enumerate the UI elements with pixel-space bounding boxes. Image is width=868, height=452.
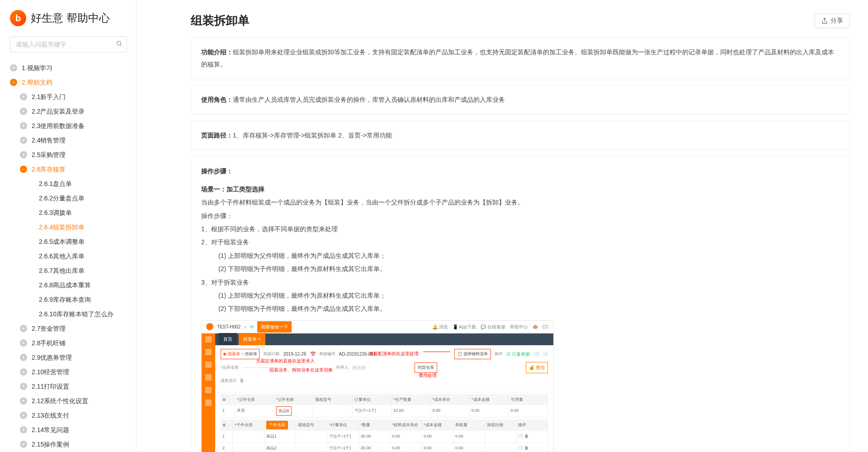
share-icon <box>821 18 828 24</box>
intro-card: 功能介绍：组装拆卸单用来处理企业组装或拆卸等加工业务，支持有固定装配清单的产品加… <box>191 38 850 79</box>
scene1-desc: 当由多个子件材料组装成一个成品的业务为【组装】业务，当由一个父件拆分成多个子产品… <box>201 199 524 206</box>
intro-text: 组装拆卸单用来处理企业组装或拆卸等加工业务，支持有固定装配清单的产品加工业务，也… <box>201 48 834 68</box>
nav-2-2[interactable]: +2.2产品安装及登录 <box>10 104 127 119</box>
svg-point-0 <box>117 41 121 45</box>
ss-fee-btn: 💰 费用 <box>526 362 548 373</box>
ss-tab-active: 拆装单 × <box>239 333 265 345</box>
page-title: 组装拆卸单 <box>191 13 250 29</box>
ss-nav-icon <box>205 362 212 368</box>
ss-anno-fee: 费用处理 <box>419 371 437 380</box>
plus-icon: + <box>20 368 27 376</box>
role-label: 使用角色： <box>201 96 233 103</box>
plus-icon: + <box>20 108 27 115</box>
nav-2-6[interactable]: −2.6库存核算 <box>10 162 127 176</box>
nav-2-6-7[interactable]: 2.6.7其他出库单 <box>10 263 127 278</box>
nav-2-4[interactable]: +2.4销售管理 <box>10 133 127 147</box>
steps-card: 操作步骤： 场景一：加工类型选择 当由多个子件材料组装成一个成品的业务为【组装】… <box>191 156 850 452</box>
ss-nav-icon <box>205 374 212 381</box>
nav-2-6-1[interactable]: 2.6.1盘点单 <box>10 176 127 191</box>
nav-2-9[interactable]: +2.9优惠券管理 <box>10 350 127 365</box>
minus-icon: − <box>10 79 17 86</box>
nav-2-3[interactable]: +2.3使用前数据准备 <box>10 119 127 133</box>
ss-try-btn: 我要做做一下 <box>257 321 292 333</box>
nav-2-8[interactable]: +2.8手机旺铺 <box>10 336 127 350</box>
ss-nav-icon <box>205 387 212 393</box>
ss-topbar: TEST-H002 ▾ ⟳ 我要做做一下 🔔 消息 📱 App下载 💬 在线客服… <box>202 321 553 333</box>
role-text: 通常由生产人员或库管人员完成拆装业务的操作，库管人员确认原材料的出库和产成品的入… <box>233 96 505 103</box>
ss-user: CC <box>542 322 549 332</box>
ss-nav-icon <box>205 400 212 406</box>
nav-2-15[interactable]: +2.15操作案例 <box>10 437 127 452</box>
ss-tabs: 首页 拆装单 × <box>215 333 553 345</box>
plus-icon: + <box>20 325 27 332</box>
ss-form: ◉ 组装单○ 拆卸单 单据日期 2019-12-26📅 单据编号 AD-2019… <box>215 345 553 392</box>
plus-icon: + <box>10 64 17 71</box>
logo-row: b 好生意 帮助中心 <box>10 10 127 26</box>
ss-anno-direct: 无固定清单的直接在这里录入 <box>256 356 315 366</box>
nav-2-1[interactable]: +2.1新手入门 <box>10 90 127 104</box>
plus-icon: + <box>20 151 27 158</box>
plus-icon: + <box>20 93 27 100</box>
nav-2-13[interactable]: +2.13在线支付 <box>10 408 127 423</box>
ss-arrow-icon <box>423 352 450 352</box>
ops-label: 操作步骤： <box>201 167 233 175</box>
plus-icon: + <box>20 339 27 347</box>
ss-avatar-icon: 🐵 <box>533 322 538 332</box>
step1: 1、根据不同的业务，选择不同单据的类型来处理 <box>201 225 338 233</box>
nav-2-12[interactable]: +2.12系统个性化设置 <box>10 394 127 408</box>
step2b: (2) 下部明细为子件明细，最终作为原材料生成其它出库单。 <box>201 262 840 276</box>
ss-code: TEST-H002 <box>217 322 241 332</box>
embedded-screenshot: TEST-H002 ▾ ⟳ 我要做做一下 🔔 消息 📱 App下载 💬 在线客服… <box>201 320 554 452</box>
share-label: 分享 <box>830 17 843 25</box>
ss-leftbar <box>202 333 215 452</box>
search-input[interactable] <box>10 36 127 52</box>
ss-list-btn: 📋 选择物料清单 <box>454 349 491 359</box>
nav-2-7[interactable]: +2.7资金管理 <box>10 321 127 336</box>
logo-icon: b <box>10 10 26 26</box>
plus-icon: + <box>20 441 27 448</box>
ss-type-radio: ◉ 组装单○ 拆卸单 <box>221 349 259 359</box>
main-content: 组装拆卸单 分享 功能介绍：组装拆卸单用来处理企业组装或拆卸等加工业务，支持有固… <box>137 0 868 452</box>
step3a: (1) 上部明细为父件明细，最终作为原材料生成其它出库单； <box>201 289 840 302</box>
nav-2-6-8[interactable]: 2.6.8商品成本重算 <box>10 278 127 292</box>
site-title: 好生意 帮助中心 <box>31 11 110 25</box>
ss-help: 帮助中心 <box>510 322 528 332</box>
plus-icon: + <box>20 426 27 433</box>
ss-nav-icon <box>205 349 212 355</box>
nav-2-10[interactable]: +2.10经营管理 <box>10 365 127 379</box>
ss-anno-switch: 组装业务、拆卸业务在这里切换 <box>269 365 333 375</box>
nav-2-6-6[interactable]: 2.6.6其他入库单 <box>10 249 127 263</box>
nav-2-6-2[interactable]: 2.6.2分量盘点单 <box>10 191 127 205</box>
nav-tree: +1.视频学习 −2.帮助文档 +2.1新手入门 +2.2产品安装及登录 +2.… <box>10 61 127 452</box>
role-card: 使用角色：通常由生产人员或库管人员完成拆装业务的操作，库管人员确认原材料的出库和… <box>191 85 850 114</box>
nav-2-6-4[interactable]: 2.6.4组装拆卸单 <box>10 220 127 234</box>
sidebar: b 好生意 帮助中心 +1.视频学习 −2.帮助文档 +2.1新手入门 +2.2… <box>0 0 137 452</box>
plus-icon: + <box>20 122 27 129</box>
nav-2-5[interactable]: +2.5采购管理 <box>10 147 127 162</box>
ss-anno-list: 有装配清单的在这里处理 <box>369 349 419 358</box>
intro-label: 功能介绍： <box>201 48 233 56</box>
plus-icon: + <box>20 354 27 361</box>
share-button[interactable]: 分享 <box>815 14 850 28</box>
ss-table: ⊕*父件仓库*父件名称规格型号计量单位*生产数量*成本单价*成本金额可用量 1米… <box>215 392 553 452</box>
plus-icon: + <box>20 397 27 404</box>
path-card: 页面路径：1、库存核算->库存管理->组装拆卸单 2、首页->常用功能 <box>191 121 850 150</box>
ss-msg: 🔔 消息 <box>432 322 448 332</box>
nav-docs[interactable]: −2.帮助文档 <box>10 75 127 90</box>
svg-line-1 <box>120 45 122 46</box>
search-icon[interactable] <box>116 40 123 49</box>
path-label: 页面路径： <box>201 132 233 139</box>
plus-icon: + <box>20 412 27 419</box>
plus-icon: + <box>20 383 27 390</box>
ss-logo-icon <box>206 323 213 330</box>
nav-2-6-3[interactable]: 2.6.3调拨单 <box>10 205 127 220</box>
nav-2-6-10[interactable]: 2.6.10库存账本错了怎么办 <box>10 307 127 321</box>
nav-2-11[interactable]: +2.11打印设置 <box>10 379 127 394</box>
nav-2-6-5[interactable]: 2.6.5成本调整单 <box>10 234 127 249</box>
step2: 2、对于组装业务 <box>201 238 249 246</box>
ss-app: 📱 App下载 <box>453 322 476 332</box>
nav-video[interactable]: +1.视频学习 <box>10 61 127 75</box>
plus-icon: + <box>20 137 27 144</box>
nav-2-6-9[interactable]: 2.6.9库存账本查询 <box>10 292 127 307</box>
nav-2-14[interactable]: +2.14常见问题 <box>10 423 127 437</box>
